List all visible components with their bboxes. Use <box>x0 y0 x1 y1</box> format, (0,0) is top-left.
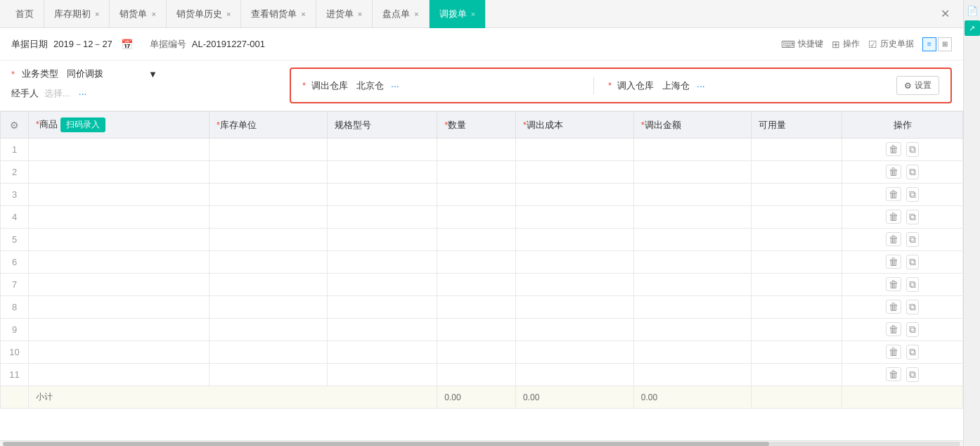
copy-icon[interactable]: ⧉ <box>906 142 919 157</box>
warehouse-in-more-button[interactable]: ··· <box>697 80 705 91</box>
qty-cell[interactable] <box>437 139 516 161</box>
copy-icon[interactable]: ⧉ <box>906 277 919 292</box>
delete-icon[interactable]: 🗑 <box>886 187 901 201</box>
close-icon[interactable]: × <box>151 10 155 18</box>
cost-cell[interactable] <box>516 161 634 184</box>
qty-cell[interactable] <box>437 364 516 386</box>
warehouse-out-more-button[interactable]: ··· <box>391 80 399 91</box>
product-cell[interactable] <box>29 319 209 341</box>
spec-cell[interactable] <box>327 364 437 386</box>
close-icon[interactable]: × <box>471 10 475 18</box>
spec-cell[interactable] <box>327 184 437 206</box>
unit-cell[interactable] <box>209 184 327 206</box>
copy-icon[interactable]: ⧉ <box>906 255 919 269</box>
business-type-dropdown[interactable]: 同价调拨 ▼ <box>64 68 176 80</box>
product-cell[interactable] <box>29 139 209 161</box>
amount-cell[interactable] <box>633 184 752 206</box>
copy-icon[interactable]: ⧉ <box>906 210 919 224</box>
qty-cell[interactable] <box>437 229 516 251</box>
available-cell[interactable] <box>752 296 842 319</box>
cost-cell[interactable] <box>516 206 634 229</box>
copy-icon[interactable]: ⧉ <box>906 232 919 247</box>
shortcuts-button[interactable]: ⌨ 快捷键 <box>781 38 823 50</box>
unit-cell[interactable] <box>209 341 327 364</box>
sidebar-doc-icon[interactable]: 📄 <box>967 6 978 16</box>
amount-cell[interactable] <box>633 319 752 341</box>
amount-cell[interactable] <box>633 206 752 229</box>
available-cell[interactable] <box>752 319 842 341</box>
scroll-area[interactable] <box>0 440 963 446</box>
scroll-thumb[interactable] <box>3 442 769 446</box>
copy-icon[interactable]: ⧉ <box>906 300 919 314</box>
spec-cell[interactable] <box>327 161 437 184</box>
scan-button[interactable]: 扫码录入 <box>60 117 105 132</box>
unit-cell[interactable] <box>209 206 327 229</box>
window-close-button[interactable]: ✕ <box>932 1 958 27</box>
delete-icon[interactable]: 🗑 <box>886 142 901 156</box>
spec-cell[interactable] <box>327 251 437 274</box>
delete-icon[interactable]: 🗑 <box>886 255 901 269</box>
spec-cell[interactable] <box>327 206 437 229</box>
close-icon[interactable]: × <box>358 10 362 18</box>
layout-list-button[interactable]: ≡ <box>922 37 936 51</box>
tab-view-sales[interactable]: 查看销货单 × <box>241 0 316 28</box>
qty-cell[interactable] <box>437 274 516 296</box>
delete-icon[interactable]: 🗑 <box>886 367 901 381</box>
available-cell[interactable] <box>752 161 842 184</box>
layout-grid-button[interactable]: ⊞ <box>938 37 952 51</box>
amount-cell[interactable] <box>633 139 752 161</box>
available-cell[interactable] <box>752 341 842 364</box>
history-button[interactable]: ☑ 历史单据 <box>868 38 914 50</box>
sidebar-export-icon[interactable]: ↗ <box>965 20 980 36</box>
spec-cell[interactable] <box>327 296 437 319</box>
delete-icon[interactable]: 🗑 <box>886 165 901 179</box>
spec-cell[interactable] <box>327 139 437 161</box>
copy-icon[interactable]: ⧉ <box>906 322 919 337</box>
warehouse-in-value[interactable]: 上海仓 <box>662 79 690 92</box>
copy-icon[interactable]: ⧉ <box>906 345 919 359</box>
cost-cell[interactable] <box>516 184 634 206</box>
unit-cell[interactable] <box>209 319 327 341</box>
tab-purchase[interactable]: 进货单 × <box>316 0 373 28</box>
close-icon[interactable]: × <box>414 10 418 18</box>
spec-cell[interactable] <box>327 319 437 341</box>
product-cell[interactable] <box>29 229 209 251</box>
qty-cell[interactable] <box>437 184 516 206</box>
operations-button[interactable]: ⊞ 操作 <box>832 38 860 50</box>
qty-cell[interactable] <box>437 341 516 364</box>
copy-icon[interactable]: ⧉ <box>906 367 919 382</box>
qty-cell[interactable] <box>437 161 516 184</box>
cost-cell[interactable] <box>516 229 634 251</box>
available-cell[interactable] <box>752 229 842 251</box>
cost-cell[interactable] <box>516 341 634 364</box>
tab-home[interactable]: 首页 <box>6 0 44 28</box>
delete-icon[interactable]: 🗑 <box>886 300 901 314</box>
delete-icon[interactable]: 🗑 <box>886 277 901 291</box>
table-settings-icon[interactable]: ⚙ <box>10 120 19 131</box>
available-cell[interactable] <box>752 139 842 161</box>
tab-inventory-init[interactable]: 库存期初 × <box>44 0 110 28</box>
tab-sales-history[interactable]: 销货单历史 × <box>167 0 241 28</box>
handler-more-button[interactable]: ··· <box>79 88 87 99</box>
unit-cell[interactable] <box>209 364 327 386</box>
close-icon[interactable]: × <box>301 10 305 18</box>
amount-cell[interactable] <box>633 274 752 296</box>
unit-cell[interactable] <box>209 161 327 184</box>
cost-cell[interactable] <box>516 319 634 341</box>
product-cell[interactable] <box>29 251 209 274</box>
unit-cell[interactable] <box>209 296 327 319</box>
unit-cell[interactable] <box>209 229 327 251</box>
tab-inventory-check[interactable]: 盘点单 × <box>373 0 429 28</box>
close-icon[interactable]: × <box>226 10 231 18</box>
amount-cell[interactable] <box>633 296 752 319</box>
available-cell[interactable] <box>752 206 842 229</box>
amount-cell[interactable] <box>633 251 752 274</box>
cost-cell[interactable] <box>516 139 634 161</box>
unit-cell[interactable] <box>209 139 327 161</box>
qty-cell[interactable] <box>437 206 516 229</box>
spec-cell[interactable] <box>327 274 437 296</box>
delete-icon[interactable]: 🗑 <box>886 322 901 336</box>
handler-input[interactable]: 选择... <box>44 87 70 100</box>
available-cell[interactable] <box>752 274 842 296</box>
product-cell[interactable] <box>29 364 209 386</box>
